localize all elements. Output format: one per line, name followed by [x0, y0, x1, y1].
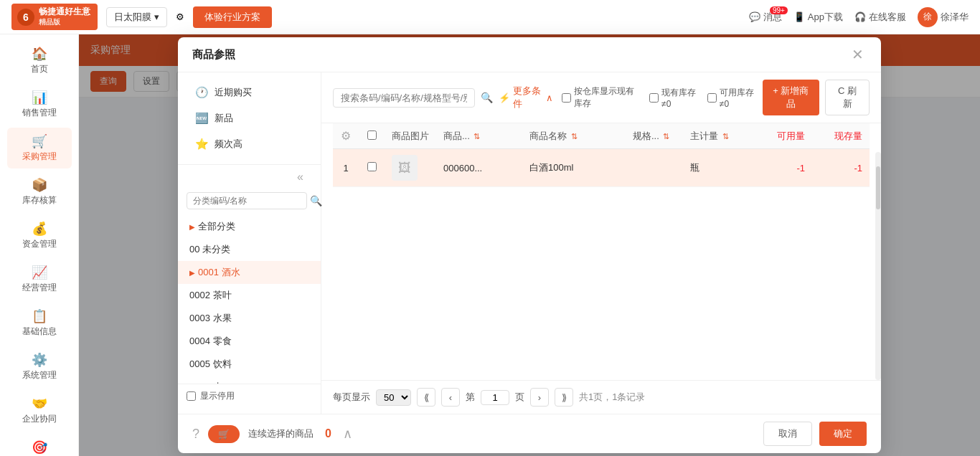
dialog-footer: ? 🛒 连续选择的商品 0 ∧ 取消 确定 — [178, 414, 881, 453]
table-header-row: ⚙ 商品图片 — [333, 123, 870, 149]
add-product-button[interactable]: + 新增商品 — [763, 80, 820, 115]
cancel-button[interactable]: 取消 — [763, 422, 812, 446]
scrollbar-thumb[interactable] — [876, 166, 880, 209]
select-all-checkbox[interactable] — [367, 130, 377, 140]
collapse-footer-icon[interactable]: ∧ — [343, 426, 352, 442]
new-products-item[interactable]: 🆕 新品 — [187, 107, 312, 130]
collapse-btn[interactable]: « — [297, 171, 303, 184]
sidebar-item-enterprise[interactable]: 🤝 企业协同 — [7, 390, 72, 431]
page-prefix-label: 第 — [466, 391, 475, 404]
avatar: 徐 — [918, 7, 938, 27]
frequent-label: 频次高 — [215, 138, 242, 151]
store-name: 日太阳膜 — [114, 11, 151, 24]
user-menu-btn[interactable]: 徐 徐泽华 — [918, 7, 969, 27]
category-item-beverage[interactable]: 0005 饮料 — [178, 353, 321, 376]
per-page-label: 每页显示 — [333, 391, 370, 404]
settings-icon-btn[interactable]: ⚙ — [176, 11, 184, 22]
category-arrow-liquor: ▶ — [189, 269, 195, 277]
toolbar: 🔍 ⚡ 更多条件 ∧ 按仓库显示现有库存 — [321, 72, 881, 123]
sidebar-item-guide[interactable]: 🎯 新手引导 — [7, 434, 72, 456]
category-item-liquor[interactable]: ▶ 0001 酒水 — [178, 261, 321, 284]
recent-purchase-label: 近期购买 — [215, 86, 252, 99]
search-submit-icon[interactable]: 🔍 — [481, 92, 493, 103]
available-not-zero-checkbox[interactable] — [649, 93, 659, 103]
row-unit: 瓶 — [690, 162, 699, 173]
usable-not-zero-text: 可用库存≠0 — [720, 87, 757, 109]
cart-btn[interactable]: 🛒 — [208, 425, 240, 443]
refresh-button[interactable]: C 刷新 — [825, 80, 870, 115]
col-header-available[interactable]: 可用量 — [740, 123, 812, 149]
col-header-unit[interactable]: 主计量 ⇅ — [683, 123, 740, 149]
sidebar-item-purchase[interactable]: 🛒 采购管理 — [7, 128, 72, 168]
category-item-water[interactable]: 0008 水 — [178, 376, 321, 384]
prev-page-btn[interactable]: ‹ — [441, 388, 460, 407]
category-item-none[interactable]: 00 未分类 — [178, 238, 321, 261]
message-icon: 💬 — [749, 11, 760, 22]
col-header-name[interactable]: 商品名称 ⇅ — [522, 123, 626, 149]
available-not-zero-text: 现有库存≠0 — [661, 87, 699, 109]
available-not-zero-label[interactable]: 现有库存≠0 — [649, 87, 699, 109]
category-item-snack[interactable]: 0004 零食 — [178, 330, 321, 353]
row-checkbox[interactable] — [367, 162, 377, 171]
sidebar-label-enterprise: 企业协同 — [22, 413, 57, 425]
by-warehouse-checkbox[interactable] — [562, 93, 571, 103]
table-row[interactable]: 1 🖼 — [333, 149, 870, 187]
first-page-btn[interactable]: ⟪ — [417, 388, 435, 407]
app-download-label: App下载 — [808, 11, 843, 24]
clock-icon: 🕐 — [195, 86, 209, 99]
category-search-icon[interactable]: 🔍 — [310, 195, 322, 206]
col-header-spec[interactable]: 规格... ⇅ — [626, 123, 683, 149]
recent-purchase-item[interactable]: 🕐 近期购买 — [187, 81, 312, 104]
usable-not-zero-label[interactable]: 可用库存≠0 — [707, 87, 757, 109]
headset-icon: 🎧 — [854, 11, 866, 22]
online-service-label: 在线客服 — [869, 11, 906, 24]
col-header-stock[interactable]: 现存量 — [812, 123, 870, 149]
topnav-right: 💬 消息 99+ 📱 App下载 🎧 在线客服 徐 徐泽华 — [749, 7, 969, 27]
help-icon[interactable]: ? — [192, 427, 199, 442]
sidebar-label-sales: 销售管理 — [22, 107, 57, 119]
sidebar-item-home[interactable]: 🏠 首页 — [7, 40, 72, 81]
divider — [178, 164, 321, 165]
category-item-fruit[interactable]: 0003 水果 — [178, 307, 321, 330]
row-image-cell: 🖼 — [385, 149, 436, 187]
inventory-icon: 📦 — [32, 177, 47, 193]
product-search-input[interactable] — [333, 88, 475, 108]
sort-spec-icon: ⇅ — [663, 132, 669, 141]
category-search-input[interactable] — [187, 192, 307, 209]
modal-overlay: 商品参照 ✕ 🕐 近期购买 🆕 — [79, 34, 980, 456]
page-number-input[interactable] — [481, 390, 509, 405]
dialog-close-button[interactable]: ✕ — [849, 47, 867, 62]
col-header-code[interactable]: 商品... ⇅ — [436, 123, 522, 149]
per-page-select[interactable]: 50 — [376, 389, 411, 406]
confirm-button[interactable]: 确定 — [819, 422, 867, 446]
product-table: ⚙ 商品图片 — [333, 123, 870, 187]
usable-not-zero-checkbox[interactable] — [707, 93, 717, 103]
category-item-all[interactable]: ▶ 全部分类 — [178, 215, 321, 238]
product-table-body: 1 🖼 — [333, 149, 870, 187]
row-checkbox-cell[interactable] — [359, 149, 385, 187]
sidebar-item-system[interactable]: ⚙️ 系统管理 — [7, 346, 72, 387]
sidebar-item-sales[interactable]: 📊 销售管理 — [7, 84, 72, 125]
by-warehouse-checkbox-label[interactable]: 按仓库显示现有库存 — [562, 85, 641, 110]
filter-more-btn[interactable]: ⚡ 更多条件 ∧ — [499, 85, 553, 110]
last-page-btn[interactable]: ⟫ — [555, 388, 573, 407]
category-label-fruit: 0003 水果 — [189, 312, 232, 325]
app-sub: 精品版 — [39, 17, 90, 27]
show-disabled-checkbox[interactable] — [187, 391, 196, 401]
footer-right: 取消 确定 — [763, 422, 867, 446]
table-settings-icon[interactable]: ⚙ — [341, 130, 351, 142]
category-item-tea[interactable]: 0002 茶叶 — [178, 284, 321, 307]
trial-button[interactable]: 体验行业方案 — [193, 6, 272, 28]
app-download-btn[interactable]: 📱 App下载 — [793, 11, 843, 24]
frequent-item[interactable]: ⭐ 频次高 — [187, 133, 312, 156]
filter-checkboxes: 按仓库显示现有库存 现有库存≠0 可用库存≠0 — [562, 85, 756, 110]
next-page-btn[interactable]: › — [530, 388, 549, 407]
online-service-btn[interactable]: 🎧 在线客服 — [854, 11, 906, 24]
sidebar-item-operations[interactable]: 📈 经营管理 — [7, 259, 72, 300]
store-selector[interactable]: 日太阳膜 ▾ — [106, 7, 167, 27]
sidebar-item-basic-info[interactable]: 📋 基础信息 — [7, 303, 72, 343]
notifications-btn[interactable]: 💬 消息 99+ — [749, 11, 782, 24]
table-scrollbar[interactable] — [875, 152, 881, 380]
sidebar-item-finance[interactable]: 💰 资金管理 — [7, 215, 72, 256]
sidebar-item-inventory[interactable]: 📦 库存核算 — [7, 171, 72, 212]
